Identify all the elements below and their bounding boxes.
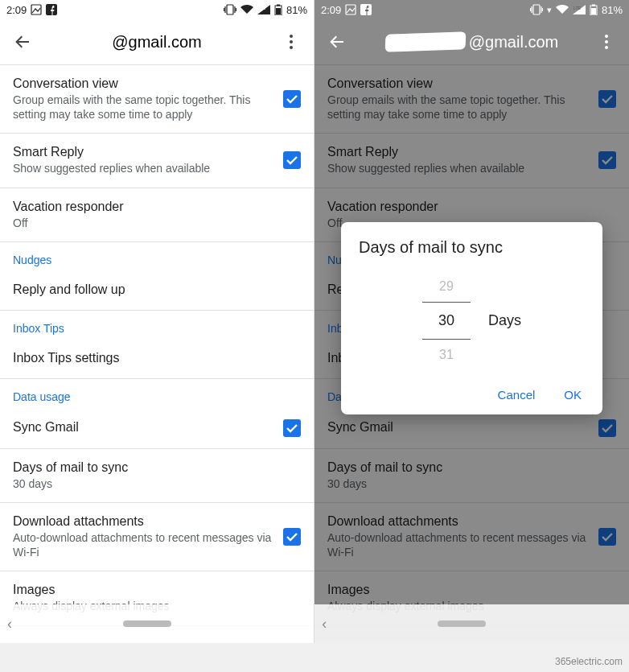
- page-title: @gmail.com: [39, 33, 275, 52]
- dialog-ok-button[interactable]: OK: [564, 388, 582, 402]
- dialog-title: Days of mail to sync: [341, 222, 602, 263]
- overflow-menu-button[interactable]: [590, 26, 623, 58]
- page-title: @gmail.com: [353, 33, 590, 52]
- checkbox-smart-reply[interactable]: [283, 151, 301, 169]
- app-header: @gmail.com: [314, 19, 629, 64]
- setting-title: Days of mail to sync: [13, 460, 291, 475]
- svg-point-17: [605, 35, 608, 38]
- wifi-icon: [240, 5, 253, 14]
- redacted-smudge: [384, 31, 466, 52]
- checkbox-conversation-view[interactable]: [283, 90, 301, 108]
- dialog-cancel-button[interactable]: Cancel: [498, 388, 536, 402]
- setting-title: Conversation view: [13, 76, 273, 91]
- app-header: @gmail.com: [0, 19, 314, 64]
- setting-subtitle: Off: [13, 216, 291, 230]
- nav-home-pill[interactable]: [438, 620, 486, 627]
- status-bar: 2:09 ▾ LT: [314, 0, 629, 19]
- overflow-menu-button[interactable]: [275, 26, 307, 58]
- setting-subtitle: Group emails with the same topic togethe…: [13, 93, 273, 122]
- facebook-icon: [360, 4, 372, 15]
- setting-sync-gmail[interactable]: Sync Gmail: [0, 408, 314, 448]
- down-caret-icon: ▾: [547, 5, 552, 15]
- setting-subtitle: Auto-download attachments to recent mess…: [13, 530, 273, 559]
- nav-back-icon[interactable]: ‹: [7, 616, 12, 633]
- picker-unit-label: Days: [488, 312, 521, 329]
- checkbox-sync-gmail[interactable]: [283, 419, 301, 437]
- phone-right: 2:09 ▾ LT: [314, 0, 629, 643]
- setting-title: Download attachments: [13, 514, 273, 529]
- watermark: 365electric.com: [555, 656, 623, 667]
- nav-back-icon[interactable]: ‹: [322, 616, 327, 633]
- setting-title: Reply and follow up: [13, 282, 291, 297]
- image-icon: [345, 4, 356, 15]
- picker-prev-value[interactable]: 29: [422, 271, 471, 302]
- picker-next-value[interactable]: 31: [422, 340, 471, 370]
- svg-text:LTE: LTE: [574, 6, 582, 10]
- svg-rect-16: [591, 8, 596, 14]
- vibrate-icon: [224, 4, 236, 15]
- lte-signal-icon: LTE: [257, 5, 270, 14]
- status-bar: 2:09 LTE: [0, 0, 314, 19]
- battery-percent: 81%: [286, 4, 307, 16]
- nav-home-pill[interactable]: [123, 620, 171, 627]
- setting-conversation-view[interactable]: Conversation view Group emails with the …: [0, 65, 314, 133]
- svg-rect-6: [276, 8, 281, 14]
- svg-rect-15: [592, 5, 595, 6]
- svg-point-9: [290, 46, 293, 49]
- setting-subtitle: Show suggested replies when available: [13, 161, 273, 175]
- checkbox-download-attachments[interactable]: [283, 528, 301, 546]
- status-time: 2:09: [6, 4, 27, 16]
- section-header-data-usage: Data usage: [0, 379, 314, 408]
- svg-rect-5: [277, 5, 280, 6]
- setting-reply-follow-up[interactable]: Reply and follow up: [0, 271, 314, 310]
- setting-title: Vacation responder: [13, 200, 291, 214]
- nav-bar: ‹: [0, 604, 314, 643]
- facebook-icon: [46, 4, 57, 15]
- battery-icon: [590, 4, 598, 15]
- wifi-icon: [556, 5, 569, 14]
- nav-bar: ‹: [314, 604, 629, 643]
- setting-inbox-tips[interactable]: Inbox Tips settings: [0, 340, 314, 378]
- setting-days-sync[interactable]: Days of mail to sync 30 days: [0, 449, 314, 502]
- lte-signal-icon: LTE: [573, 5, 586, 14]
- svg-point-19: [605, 46, 608, 49]
- number-picker[interactable]: 29 30 31 Days: [341, 263, 602, 381]
- setting-subtitle: 30 days: [13, 476, 291, 491]
- battery-icon: [274, 4, 282, 15]
- section-header-inbox-tips: Inbox Tips: [0, 311, 314, 340]
- back-button[interactable]: [6, 26, 39, 58]
- back-button[interactable]: [321, 26, 353, 58]
- days-sync-dialog: Days of mail to sync 29 30 31 Days Cance…: [341, 222, 602, 414]
- svg-point-7: [290, 35, 293, 38]
- svg-rect-12: [533, 5, 540, 14]
- vibrate-icon: [530, 4, 543, 15]
- svg-point-18: [605, 40, 608, 43]
- svg-text:LTE: LTE: [258, 6, 266, 10]
- setting-smart-reply[interactable]: Smart Reply Show suggested replies when …: [0, 134, 314, 187]
- image-icon: [31, 4, 42, 15]
- phone-left: 2:09 LTE: [0, 0, 314, 643]
- section-header-nudges: Nudges: [0, 242, 314, 271]
- status-time: 2:09: [321, 4, 341, 16]
- picker-selected-value[interactable]: 30: [422, 302, 471, 340]
- setting-title: Sync Gmail: [13, 420, 273, 435]
- setting-title: Images: [13, 583, 291, 597]
- setting-vacation-responder[interactable]: Vacation responder Off: [0, 188, 314, 241]
- svg-rect-2: [227, 5, 233, 14]
- setting-download-attachments[interactable]: Download attachments Auto-download attac…: [0, 503, 314, 571]
- setting-title: Smart Reply: [13, 145, 273, 159]
- battery-percent: 81%: [602, 4, 623, 16]
- svg-point-8: [290, 40, 293, 43]
- setting-title: Inbox Tips settings: [13, 351, 291, 365]
